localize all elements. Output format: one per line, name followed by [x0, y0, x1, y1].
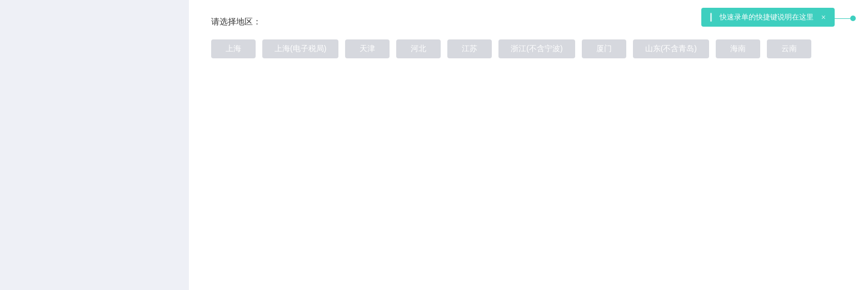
- region-button-tianjin[interactable]: 天津: [345, 39, 390, 58]
- tooltip-line: [835, 18, 850, 19]
- left-sidebar: [0, 0, 189, 290]
- tooltip-close-button[interactable]: ×: [821, 13, 826, 22]
- tooltip-dot: [850, 16, 856, 21]
- tooltip-banner: 快速录单的快捷键说明在这里 ×: [701, 8, 835, 27]
- region-button-xiamen[interactable]: 厦门: [582, 39, 626, 58]
- region-button-hainan[interactable]: 海南: [716, 39, 760, 58]
- region-button-yunnan[interactable]: 云南: [767, 39, 811, 58]
- tooltip-text: 快速录单的快捷键说明在这里: [720, 12, 814, 22]
- region-button-hebei[interactable]: 河北: [396, 39, 441, 58]
- region-button-shandong[interactable]: 山东(不含青岛): [633, 39, 709, 58]
- region-buttons: 上海上海(电子税局)天津河北江苏浙江(不含宁波)厦门山东(不含青岛)海南云南: [211, 39, 846, 58]
- region-button-jiangsu[interactable]: 江苏: [447, 39, 492, 58]
- region-button-shanghai[interactable]: 上海: [211, 39, 256, 58]
- region-button-shanghai-etax[interactable]: 上海(电子税局): [262, 39, 338, 58]
- region-button-zhejiang[interactable]: 浙江(不含宁波): [498, 39, 575, 58]
- main-content: 请选择地区： 上海上海(电子税局)天津河北江苏浙江(不含宁波)厦门山东(不含青岛…: [189, 0, 868, 290]
